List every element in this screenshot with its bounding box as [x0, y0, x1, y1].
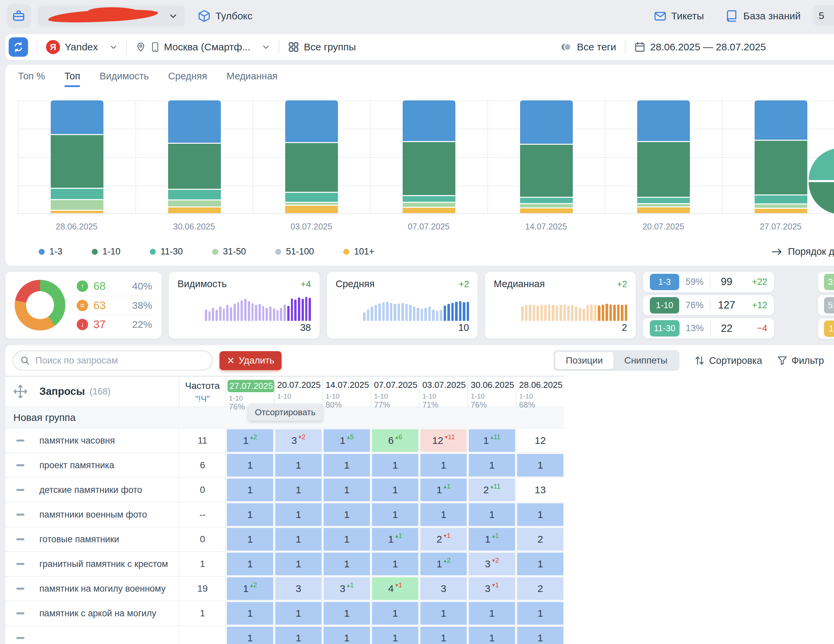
date-column-header[interactable]: 03.07.2025 1-10 71%: [419, 376, 467, 407]
position-cell[interactable]: 1: [274, 626, 322, 644]
date-column-header[interactable]: 28.06.2025 1-10 68%: [516, 376, 564, 407]
position-stat-row[interactable]: 1-10 76% 127 +12: [643, 295, 774, 315]
bar-segment-1-3[interactable]: [168, 100, 221, 143]
bar-segment-101+[interactable]: [285, 205, 338, 213]
stacked-bar[interactable]: [285, 100, 338, 213]
stacked-bar[interactable]: [402, 100, 455, 213]
position-stat-row-clipped[interactable]: 51-100: [818, 295, 834, 315]
query-label[interactable]: готовые памятники: [36, 527, 179, 551]
position-cell[interactable]: 1 ▴1: [419, 478, 467, 502]
bar-segment-11-30[interactable]: [637, 197, 690, 203]
bar-segment-31-50[interactable]: [51, 199, 103, 210]
tab-1[interactable]: Топ: [65, 71, 80, 87]
bar-segment-101+[interactable]: [402, 207, 455, 213]
position-cell[interactable]: 1: [419, 453, 467, 477]
tab-2[interactable]: Видимость: [99, 71, 149, 87]
row-drag-handle[interactable]: [5, 577, 36, 600]
filter-button[interactable]: Фильтр: [777, 355, 824, 366]
position-cell[interactable]: 1: [226, 626, 274, 644]
query-label[interactable]: памятник с аркой на могилу: [36, 601, 179, 625]
date-range-selector[interactable]: 28.06.2025 — 28.07.2025: [634, 41, 766, 53]
date-column-header[interactable]: 27.07.2025 1-10 76%: [226, 376, 274, 407]
position-cell[interactable]: 1 ▴1: [467, 527, 516, 551]
query-label[interactable]: памятники военным фото: [36, 503, 179, 526]
bar-segment-1-10[interactable]: [285, 142, 338, 192]
search-engine-selector[interactable]: Я Yandex: [46, 40, 118, 54]
position-cell[interactable]: 1 ▴5: [322, 429, 371, 453]
position-cell[interactable]: 12: [516, 429, 564, 453]
query-label[interactable]: памятник на могилу военному: [36, 577, 179, 600]
bar-segment-1-10[interactable]: [402, 141, 455, 195]
bar-segment-1-3[interactable]: [402, 100, 455, 141]
bar-segment-1-10[interactable]: [520, 144, 573, 197]
bar-segment-31-50[interactable]: [520, 203, 573, 208]
position-cell[interactable]: 1: [419, 503, 467, 526]
tab-4[interactable]: Медианная: [226, 71, 278, 87]
position-cell[interactable]: 1: [419, 626, 467, 644]
date-order-toggle[interactable]: Порядок дат: [771, 246, 834, 257]
position-cell[interactable]: 13: [516, 478, 564, 502]
bar-segment-11-30[interactable]: [168, 189, 221, 199]
project-selector[interactable]: [38, 6, 185, 26]
bar-segment-1-10[interactable]: [51, 134, 103, 188]
queries-column-header[interactable]: Запросы (168): [36, 376, 179, 407]
date-column-header[interactable]: 30.06.2025 1-10 76%: [467, 376, 516, 407]
refresh-button[interactable]: [9, 37, 28, 57]
position-stat-row[interactable]: 1-3 59% 99 +22: [643, 272, 774, 292]
bar-segment-11-30[interactable]: [285, 192, 338, 202]
bar-segment-101+[interactable]: [520, 207, 573, 213]
position-cell[interactable]: 1 ▴2: [226, 577, 274, 600]
legend-item[interactable]: 31-50: [212, 247, 246, 257]
date-column-header[interactable]: 07.07.2025 1-10 77%: [371, 376, 419, 407]
legend-item[interactable]: 51-100: [275, 247, 314, 257]
projects-button[interactable]: [6, 4, 31, 28]
position-cell[interactable]: 3 ▴1: [322, 577, 371, 600]
frequency-column-header[interactable]: Частота "!Ч": [179, 376, 226, 407]
stacked-bar[interactable]: [755, 100, 807, 213]
query-label[interactable]: гранитный памятник с крестом: [36, 552, 179, 576]
position-cell[interactable]: 1: [226, 527, 274, 551]
stacked-bar[interactable]: [520, 100, 573, 213]
bar-segment-1-3[interactable]: [285, 100, 338, 142]
query-search[interactable]: [13, 350, 213, 371]
position-cell[interactable]: 1: [274, 453, 322, 477]
row-drag-handle[interactable]: [5, 478, 36, 502]
position-cell[interactable]: 2 ▴11: [467, 478, 516, 502]
stacked-bar[interactable]: [637, 100, 690, 213]
position-cell[interactable]: 1: [516, 552, 564, 576]
position-cell[interactable]: 1 ▴11: [467, 429, 516, 453]
tags-selector[interactable]: Все теги: [560, 41, 616, 53]
bar-segment-101+[interactable]: [168, 207, 221, 213]
knowledge-base-button[interactable]: База знаний: [726, 10, 801, 23]
date-column-header[interactable]: 20.07.2025 1-10: [274, 376, 322, 407]
search-input[interactable]: [36, 355, 205, 366]
bar-segment-1-10[interactable]: [637, 141, 690, 197]
position-cell[interactable]: 1: [516, 626, 564, 644]
position-cell[interactable]: 1: [274, 478, 322, 502]
row-drag-handle[interactable]: [5, 527, 36, 551]
frequency-filter-link[interactable]: "!Ч": [195, 394, 210, 404]
toggle-Позиции[interactable]: Позиции: [555, 352, 614, 369]
bar-segment-11-30[interactable]: [51, 188, 103, 199]
bar-segment-1-3[interactable]: [520, 100, 573, 144]
bar-segment-11-30[interactable]: [520, 197, 573, 203]
groups-selector[interactable]: Все группы: [288, 41, 356, 53]
position-cell[interactable]: 1: [322, 626, 371, 644]
row-drag-handle[interactable]: [5, 626, 36, 644]
position-cell[interactable]: 3: [274, 577, 322, 600]
bar-segment-1-3[interactable]: [637, 100, 690, 141]
position-cell[interactable]: 1: [226, 601, 274, 625]
position-cell[interactable]: 1: [274, 503, 322, 526]
position-cell[interactable]: 12 ▾11: [419, 429, 467, 453]
topbar-overflow-badge[interactable]: 5: [813, 5, 834, 26]
position-cell[interactable]: 3 ▾2: [274, 429, 322, 453]
position-stat-row[interactable]: 11-30 13% 22 −4: [643, 318, 774, 339]
position-cell[interactable]: 1: [322, 552, 371, 576]
bar-segment-1-10[interactable]: [168, 143, 221, 189]
position-cell[interactable]: 1: [274, 601, 322, 625]
bar-segment-11-30[interactable]: [402, 195, 455, 202]
legend-item[interactable]: 1-10: [92, 247, 120, 257]
region-selector[interactable]: Москва (Смартф...: [136, 41, 270, 53]
position-stat-row-clipped[interactable]: 31-50: [818, 272, 834, 292]
tab-0[interactable]: Топ %: [18, 71, 45, 87]
